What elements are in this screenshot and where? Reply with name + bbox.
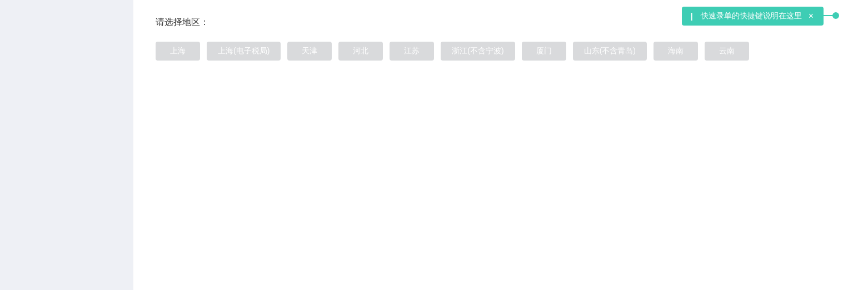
region-button-8[interactable]: 海南 [654,42,698,61]
region-button-6[interactable]: 厦门 [522,42,566,61]
region-buttons-container: 上海上海(电子税局)天津河北江苏浙江(不含宁波)厦门山东(不含青岛)海南云南 [156,42,846,61]
region-button-7[interactable]: 山东(不含青岛) [573,42,647,61]
region-button-4[interactable]: 江苏 [390,42,434,61]
sidebar [0,0,133,290]
tooltip-dot [832,12,839,19]
region-button-3[interactable]: 河北 [338,42,383,61]
tooltip-close-button[interactable]: × [807,12,815,21]
region-button-5[interactable]: 浙江(不含宁波) [441,42,515,61]
region-button-1[interactable]: 上海(电子税局) [207,42,281,61]
region-button-9[interactable]: 云南 [705,42,749,61]
main-content: 请选择地区： 上海上海(电子税局)天津河北江苏浙江(不含宁波)厦门山东(不含青岛… [133,0,868,290]
tooltip-text: 快速录单的快捷键说明在这里 [701,11,802,21]
region-button-2[interactable]: 天津 [287,42,332,61]
tooltip-banner: 快速录单的快捷键说明在这里 × [682,7,824,26]
region-button-0[interactable]: 上海 [156,42,200,61]
